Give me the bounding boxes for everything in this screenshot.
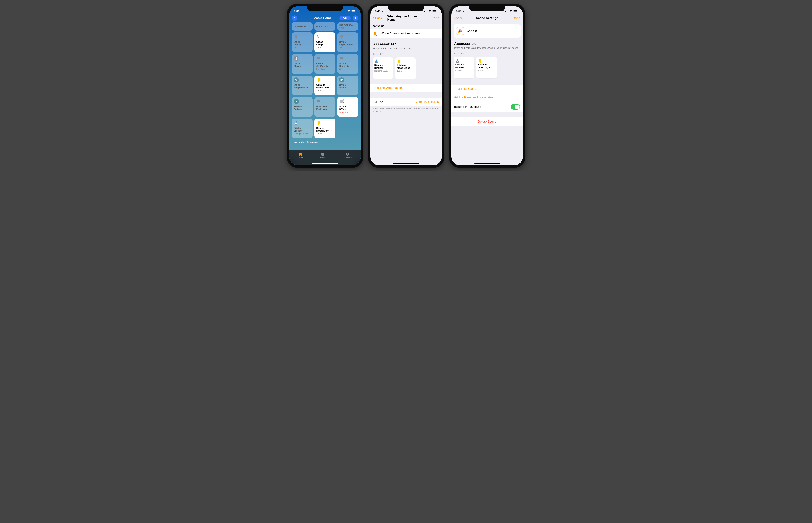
notch [307, 6, 343, 11]
notch [469, 6, 506, 11]
tile-name: Outside Porch Light [316, 84, 334, 89]
wifi-icon [428, 10, 431, 12]
bulb-icon [478, 59, 495, 63]
accessory-tile[interactable]: Office Light PanelsOff [337, 33, 358, 52]
tile-status: Triggered [339, 111, 356, 113]
tile-name: Bedroom Bedroom [294, 105, 311, 111]
test-automation-button[interactable]: Test This Automation [370, 84, 442, 92]
accessory-tile[interactable]: 73°Bedroom Bedroom [292, 97, 313, 117]
air-icon [316, 56, 321, 61]
accessory-tile[interactable]: Hue motion... [315, 22, 335, 31]
diffuser-icon [374, 59, 391, 64]
cell-signal-icon [343, 10, 346, 12]
svg-rect-15 [318, 101, 318, 102]
tile-status: 100% [397, 70, 414, 72]
accessory-tile[interactable]: Office Stereo [292, 54, 313, 74]
tile-name: Hue motion... [294, 25, 311, 28]
tile-name: Office Stereo [294, 62, 311, 68]
svg-rect-1 [352, 11, 355, 12]
accessory-tile[interactable]: Hue motion... [292, 22, 313, 31]
cancel-button[interactable]: Cancel [454, 16, 469, 20]
add-remove-accessories-button[interactable]: Add or Remove Accessories [451, 93, 523, 102]
tile-status: 4 lux [339, 26, 356, 29]
tile-name: Hue motion... [316, 25, 334, 28]
svg-rect-11 [340, 57, 341, 58]
accessory-tile[interactable]: Kitchen DiffuserRising to 100% [292, 119, 313, 138]
battery-icon [351, 10, 356, 12]
group-kitchen: KITCHEN [370, 51, 442, 56]
add-button[interactable] [353, 15, 358, 21]
back-button[interactable]: Back [373, 16, 387, 20]
svg-rect-28 [376, 62, 377, 63]
done-button[interactable]: Done [506, 16, 520, 20]
accessory-tile[interactable]: Hue motion...4 lux [337, 22, 358, 31]
scene-name-card[interactable]: 🎉 Candle [454, 24, 521, 38]
edit-button[interactable]: Edit [339, 16, 350, 20]
accessory-tile[interactable]: Kitchen Mood Light100% [395, 57, 416, 79]
tile-status: Excellent [316, 68, 334, 70]
bulb-icon [316, 77, 321, 83]
tab-home[interactable]: Home [298, 152, 303, 165]
bulb-icon [397, 59, 414, 64]
tab-automation[interactable]: Automation [343, 152, 352, 165]
accessory-tile[interactable]: Kitchen DiffuserRising to 100% [372, 57, 393, 79]
accessory-tile[interactable]: Office CeilingOff [292, 33, 313, 52]
home-indicator[interactable] [393, 163, 419, 164]
status-time: 5:48 [375, 10, 381, 13]
tile-status: Off [294, 46, 311, 49]
include-favorites-row: Include in Favorites [451, 102, 523, 112]
tile-status: 100% [316, 46, 334, 49]
location-icon: ➤ [462, 10, 464, 13]
wifi-icon [509, 10, 512, 12]
accessory-tile[interactable]: Office OfficeTriggered [337, 97, 358, 117]
cell-signal-icon [505, 10, 508, 12]
accessory-tile[interactable]: Outside Porch Light100% [315, 75, 335, 95]
bulb-icon [339, 34, 344, 39]
accessories-header: Accessories [451, 40, 523, 47]
accessory-tile[interactable]: Kitchen DiffuserRising to 100% [454, 57, 474, 78]
tile-name: Office Humidity [339, 62, 356, 68]
accessory-tile[interactable]: 73°Office Office [337, 75, 358, 95]
include-favorites-toggle[interactable] [511, 104, 520, 110]
svg-rect-14 [318, 101, 318, 101]
turn-off-row[interactable]: Turn Off After 60 minutes [370, 97, 442, 106]
tile-status: Rising to 100% [455, 69, 473, 71]
page-title: Zac's Home [314, 16, 332, 20]
accessory-tile[interactable]: Kitchen Mood Light100% [476, 57, 497, 78]
nav-bar: Zac's Home Edit [289, 14, 361, 22]
accessory-tile[interactable]: Kitchen Mood Light100% [315, 119, 335, 138]
accessories-sub: Press and hold to adjust accessories for… [451, 47, 523, 51]
tile-name: Kitchen Mood Light [478, 63, 495, 69]
delete-scene-button[interactable]: Delete Scene [451, 118, 523, 126]
svg-rect-17 [295, 123, 298, 125]
home-menu-button[interactable] [292, 15, 297, 21]
accessory-tile[interactable]: Office Humidity46% [337, 54, 358, 74]
test-scene-button[interactable]: Test This Scene [451, 85, 523, 93]
svg-rect-24 [436, 11, 437, 11]
accessory-tile[interactable]: Bedroom Bedroom [315, 97, 335, 117]
accessory-tile[interactable]: Office Air QualityExcellent [315, 54, 335, 74]
svg-rect-31 [517, 11, 518, 11]
svg-point-6 [296, 58, 297, 60]
tile-name: Kitchen Diffuser [455, 63, 473, 69]
tile-name: Office Light Panels [339, 40, 356, 46]
phone-2-automation: 5:48 ➤ Back When Anyone Arrives Home Don… [368, 4, 444, 168]
accessory-tile[interactable]: 75°Office Temperature [292, 75, 313, 95]
status-time: 5:36 [294, 10, 300, 13]
tile-name: Kitchen Mood Light [397, 64, 414, 69]
accessories-sub: Press and hold to adjust accessories. [370, 47, 442, 51]
home-indicator[interactable] [474, 163, 500, 164]
favorite-cameras-header: Favorite Cameras [293, 141, 357, 144]
accessory-tile[interactable]: Office Lamp100% [315, 33, 335, 52]
svg-point-25 [376, 34, 377, 34]
when-row[interactable]: When Anyone Arrives Home [370, 29, 442, 38]
tile-status: 100% [316, 132, 334, 135]
home-indicator[interactable] [312, 163, 338, 164]
tile-name: Hue motion... [339, 24, 356, 26]
phone-1-home: 5:36 Zac's Home Edit Hue motion...Hue mo… [287, 4, 364, 168]
done-button[interactable]: Done [425, 16, 439, 20]
tile-status: 100% [316, 89, 334, 92]
battery-icon [513, 10, 518, 12]
phone-3-scene: 5:55 ➤ Cancel Scene Settings Done 🎉 Cand… [449, 4, 526, 168]
tile-name: Office Lamp [316, 40, 334, 46]
